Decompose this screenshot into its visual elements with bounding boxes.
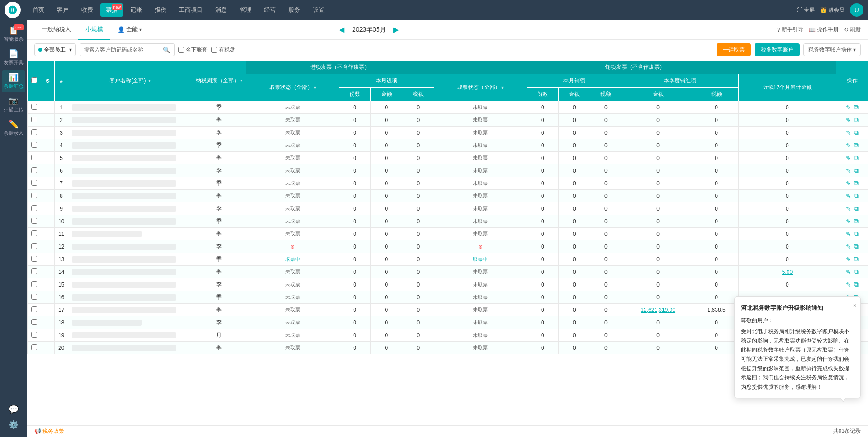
sidebar-item-msg[interactable]: 💬 (2, 403, 25, 416)
edit-icon[interactable]: ✎ (846, 167, 851, 174)
cell-checkbox[interactable] (28, 304, 41, 316)
customer-filter-icon[interactable]: ▾ (148, 78, 151, 83)
sidebar-item-entry[interactable]: ✏️ 票据录入 (2, 117, 25, 139)
refund-amount-link[interactable]: 12,621,319.99 (641, 307, 675, 313)
guide-button[interactable]: ? 新手引导 (777, 26, 803, 33)
row-checkbox[interactable] (31, 268, 37, 274)
cell-checkbox[interactable] (28, 101, 41, 114)
cell-checkbox[interactable] (28, 342, 41, 354)
tab-general-taxpayer[interactable]: 一般纳税人 (34, 20, 78, 40)
row-checkbox[interactable] (31, 281, 37, 287)
copy-icon[interactable]: ⧉ (854, 141, 859, 149)
cell-checkbox[interactable] (28, 316, 41, 329)
copy-icon[interactable]: ⧉ (854, 230, 859, 238)
cell-checkbox[interactable] (28, 329, 41, 342)
nav-home[interactable]: 首页 (27, 3, 50, 17)
cell-checkbox[interactable] (28, 253, 41, 266)
cell-checkbox[interactable] (28, 164, 41, 177)
digital-account-button[interactable]: 税务数字账户 (755, 43, 800, 56)
month-next-button[interactable]: ▶ (391, 24, 401, 35)
cell-checkbox[interactable] (28, 152, 41, 164)
cell-checkbox[interactable] (28, 240, 41, 253)
cell-checkbox[interactable] (28, 278, 41, 291)
edit-icon[interactable]: ✎ (846, 104, 851, 111)
edit-icon[interactable]: ✎ (846, 205, 851, 212)
member-button[interactable]: 👑 帮会员 (820, 6, 844, 14)
row-checkbox[interactable] (31, 117, 37, 122)
row-checkbox[interactable] (31, 319, 37, 325)
row-checkbox[interactable] (31, 167, 37, 173)
edit-icon[interactable]: ✎ (846, 155, 851, 162)
sidebar-item-summary[interactable]: 📊 票据汇总 (2, 70, 25, 92)
row-checkbox[interactable] (31, 306, 37, 312)
nav-services[interactable]: 服务 (283, 3, 306, 17)
edit-icon[interactable]: ✎ (846, 218, 851, 225)
edit-icon[interactable]: ✎ (846, 230, 851, 238)
copy-icon[interactable]: ⧉ (854, 243, 859, 250)
cell-checkbox[interactable] (28, 114, 41, 127)
manual-button[interactable]: 📖 操作手册 (809, 26, 839, 33)
row-checkbox[interactable] (31, 142, 37, 148)
nav-business[interactable]: 工商项目 (174, 3, 208, 17)
cell-checkbox[interactable] (28, 266, 41, 278)
copy-icon[interactable]: ⧉ (854, 129, 859, 136)
nav-tickets[interactable]: 票据 new (100, 3, 123, 17)
sidebar-item-smart-ticket[interactable]: new 📋 智能取票 (2, 23, 25, 45)
row-checkbox[interactable] (31, 104, 37, 110)
cell-checkbox[interactable] (28, 215, 41, 228)
nav-settings[interactable]: 设置 (307, 3, 330, 17)
month-prev-button[interactable]: ◀ (336, 24, 347, 35)
in-fetch-filter-icon[interactable]: ▾ (314, 85, 316, 90)
row-checkbox[interactable] (31, 205, 37, 211)
row-checkbox[interactable] (31, 155, 37, 160)
fullscreen-button[interactable]: ⛶ 全屏 (797, 6, 815, 14)
edit-icon[interactable]: ✎ (846, 142, 851, 149)
row-checkbox[interactable] (31, 256, 37, 262)
row-checkbox[interactable] (31, 332, 37, 338)
nav-operations[interactable]: 经营 (259, 3, 281, 17)
row-checkbox[interactable] (31, 344, 37, 350)
cell-checkbox[interactable] (28, 177, 41, 190)
copy-icon[interactable]: ⧉ (854, 268, 859, 276)
rolling12-link[interactable]: 5.00 (782, 269, 793, 275)
copy-icon[interactable]: ⧉ (854, 192, 859, 200)
edit-icon[interactable]: ✎ (846, 281, 851, 288)
edit-icon[interactable]: ✎ (846, 117, 851, 124)
copy-icon[interactable]: ⧉ (854, 179, 859, 187)
cell-checkbox[interactable] (28, 228, 41, 240)
sidebar-item-config[interactable]: ⚙️ (2, 418, 25, 432)
copy-icon[interactable]: ⧉ (854, 255, 859, 263)
cell-checkbox[interactable] (28, 291, 41, 304)
edit-icon[interactable]: ✎ (846, 256, 851, 263)
search-input[interactable] (80, 43, 161, 56)
row-checkbox[interactable] (31, 230, 37, 236)
tab-all[interactable]: 👤 全能 ▾ (110, 20, 149, 40)
cell-checkbox[interactable] (28, 127, 41, 139)
row-checkbox[interactable] (31, 193, 37, 198)
tab-small-scale[interactable]: 小规模 (78, 20, 110, 40)
nav-billing[interactable]: 收费 (76, 3, 99, 17)
employee-filter[interactable]: 全部员工 ▾ (34, 43, 76, 56)
notification-close-button[interactable]: × (853, 301, 857, 311)
one-key-fetch-button[interactable]: 一键取票 (717, 43, 751, 56)
copy-icon[interactable]: ⧉ (854, 217, 859, 225)
copy-icon[interactable]: ⧉ (854, 103, 859, 111)
copy-icon[interactable]: ⧉ (854, 154, 859, 162)
sidebar-item-invoice[interactable]: 📄 发票开具 (2, 47, 25, 69)
copy-icon[interactable]: ⧉ (854, 205, 859, 212)
cell-checkbox[interactable] (28, 202, 41, 215)
settings-icon[interactable]: ⚙ (45, 78, 50, 84)
row-checkbox[interactable] (31, 129, 37, 135)
edit-icon[interactable]: ✎ (846, 129, 851, 136)
copy-icon[interactable]: ⧉ (854, 116, 859, 124)
row-checkbox[interactable] (31, 294, 37, 300)
edit-icon[interactable]: ✎ (846, 268, 851, 276)
edit-icon[interactable]: ✎ (846, 180, 851, 187)
period-filter-icon[interactable]: ▾ (240, 78, 242, 83)
select-all-checkbox[interactable] (31, 77, 37, 83)
copy-icon[interactable]: ⧉ (854, 167, 859, 174)
refresh-button[interactable]: ↻ 刷新 (844, 26, 861, 33)
digital-account-action-button[interactable]: 税务数字账户操作 ▾ (803, 43, 861, 56)
cell-checkbox[interactable] (28, 139, 41, 152)
row-checkbox[interactable] (31, 243, 37, 249)
